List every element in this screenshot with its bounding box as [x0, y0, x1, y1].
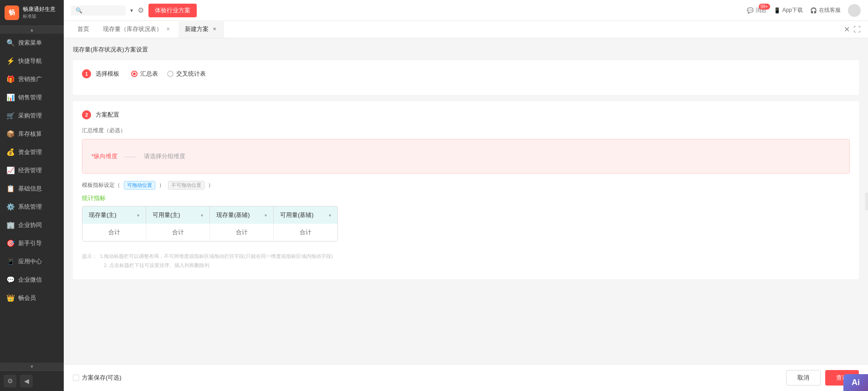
radio-summary-table[interactable]: 汇总表	[131, 70, 158, 78]
step1-header: 1 选择模板 汇总表 交叉统计表	[82, 69, 850, 78]
tip-0: 提示： 1.拖动标题栏可以调整布局，不可跨维度或指标区域拖动拦目字段(只能在同一…	[82, 252, 850, 261]
tab-new-plan-close-icon[interactable]: ✕	[211, 26, 218, 32]
col-header-1[interactable]: 可用量(主) ▾	[146, 206, 210, 224]
enterprise-icon: 🏢	[6, 221, 15, 229]
search-icon: 🔍	[6, 39, 15, 47]
tab-home[interactable]: 首页	[71, 21, 96, 38]
step2-title: 方案配置	[96, 111, 119, 119]
topbar-search[interactable]: 🔍	[71, 5, 126, 15]
indicator-settings-label: 模板指标设定（ 可拖动位置 ） 不可拖动位置 ）	[82, 181, 850, 190]
sidebar-item-member[interactable]: 👑 畅会员	[0, 289, 64, 307]
newuser-icon: 🎯	[6, 239, 15, 247]
ai-badge[interactable]: Ai	[843, 374, 868, 391]
message-notification[interactable]: 💬 消息 99+	[747, 6, 766, 14]
col-header-3[interactable]: 可用量(基辅) ▾	[274, 206, 337, 224]
sidebar-item-label: 应用中心	[18, 257, 42, 266]
sidebar-item-purchase[interactable]: 🛒 采购管理	[0, 107, 64, 125]
notification-badge: 99+	[759, 4, 770, 10]
purchase-icon: 🛒	[6, 112, 15, 120]
sidebar-item-label: 企业协同	[18, 221, 42, 229]
sidebar-item-newuser[interactable]: 🎯 新手引导	[0, 234, 64, 252]
col-label-3: 可用量(基辅)	[280, 211, 314, 219]
checkbox-box[interactable]	[73, 375, 79, 381]
sidebar-item-inventory[interactable]: 📦 库存核算	[0, 125, 64, 143]
cancel-button[interactable]: 取消	[786, 370, 821, 386]
stats-indicators: 统计指标 现存量(主) ▾ 可用量(主) ▾	[82, 194, 850, 243]
tabbar: 首页 现存量（库存状况表） ✕ 新建方案 ✕ ✕ ⛶	[64, 21, 868, 38]
tip-1: 2. 点击标题栏下拉可设置排序、插入列和删除列	[82, 261, 850, 270]
radio-cross-dot	[167, 71, 174, 77]
basicinfo-icon: 📋	[6, 185, 15, 193]
col-arrow-3[interactable]: ▾	[329, 213, 331, 218]
sidebar-item-label: 新手引导	[18, 239, 42, 247]
col-arrow-1[interactable]: ▾	[201, 213, 203, 218]
experience-industry-button[interactable]: 体验行业方案	[148, 4, 197, 17]
collapse-button[interactable]: ◀	[20, 375, 33, 387]
step2-header: 2 方案配置	[82, 110, 850, 119]
resize-handle[interactable]	[865, 192, 868, 211]
sidebar-item-system[interactable]: ⚙️ 系统管理	[0, 198, 64, 216]
step2-section: 2 方案配置 汇总维度（必选） *纵向维度 —— 请选择分组维度 模板指标设定（…	[73, 101, 859, 279]
stats-section-title: 统计指标	[82, 194, 850, 202]
stats-table-body: 合计 合计 合计 合计	[82, 224, 337, 241]
tips-section: 提示： 1.拖动标题栏可以调整布局，不可跨维度或指标区域拖动拦目字段(只能在同一…	[82, 252, 850, 270]
sidebar-item-search[interactable]: 🔍 搜索菜单	[0, 34, 64, 52]
member-icon: 👑	[6, 294, 15, 302]
sidebar-item-finance[interactable]: 💰 资金管理	[0, 143, 64, 161]
footer-section: 方案保存(可选) 取消 查询	[64, 364, 868, 391]
save-checkbox-label: 方案保存(可选)	[82, 374, 122, 382]
sidebar-item-operations[interactable]: 📈 经营管理	[0, 161, 64, 180]
finance-icon: 💰	[6, 148, 15, 156]
tabbar-right-icons: ✕ ⛶	[844, 25, 861, 34]
sidebar-item-wechat[interactable]: 💬 企业微信	[0, 271, 64, 289]
step1-title: 选择模板	[96, 70, 119, 78]
col-header-2[interactable]: 现存量(基辅) ▾	[210, 206, 274, 224]
sidebar-item-marketing[interactable]: 🎁 营销推广	[0, 70, 64, 88]
radio-summary-label: 汇总表	[140, 70, 158, 78]
col-arrow-0[interactable]: ▾	[137, 213, 139, 218]
user-avatar[interactable]	[848, 4, 861, 17]
close-panel-icon[interactable]: ✕	[844, 25, 850, 34]
save-checkbox[interactable]: 方案保存(可选)	[73, 374, 122, 382]
tab-inventory-close-icon[interactable]: ✕	[165, 26, 171, 32]
dim-required-label: *纵向维度	[92, 152, 117, 160]
dimension-selector[interactable]: *纵向维度 —— 请选择分组维度	[82, 139, 850, 174]
tab-new-plan[interactable]: 新建方案 ✕	[179, 21, 224, 38]
radio-cross-table[interactable]: 交叉统计表	[167, 70, 206, 78]
sidebar-scroll-up[interactable]: ▲	[0, 26, 64, 34]
topbar-dropdown[interactable]: ▾	[130, 7, 133, 14]
content-area: 现存量(库存状况表)方案设置 1 选择模板 汇总表 交叉统计表	[64, 38, 868, 364]
tab-home-label: 首页	[77, 25, 89, 33]
sidebar-scroll-down[interactable]: ▼	[0, 363, 64, 370]
non-draggable-badge: 不可拖动位置	[168, 181, 204, 190]
expand-panel-icon[interactable]: ⛶	[853, 26, 861, 34]
sidebar-item-label: 库存核算	[18, 130, 42, 138]
col-arrow-2[interactable]: ▾	[265, 213, 267, 218]
sidebar-item-sales[interactable]: 📊 销售管理	[0, 88, 64, 107]
col-header-0[interactable]: 现存量(主) ▾	[82, 206, 146, 224]
sidebar-item-label: 快捷导航	[18, 57, 42, 65]
settings-button[interactable]: ⚙	[4, 375, 16, 387]
sidebar-item-label: 经营管理	[18, 166, 42, 175]
sidebar-item-label: 基础信息	[18, 185, 42, 193]
topbar-gear-icon[interactable]: ⚙	[138, 6, 144, 15]
sidebar-item-label: 系统管理	[18, 203, 42, 211]
topbar-right: 💬 消息 99+ 📱 App下载 🎧 在线客服	[747, 4, 861, 17]
step2-number: 2	[82, 110, 91, 119]
sidebar-item-quicknav[interactable]: ⚡ 快捷导航	[0, 52, 64, 70]
sidebar-item-basicinfo[interactable]: 📋 基础信息	[0, 180, 64, 198]
search-icon: 🔍	[76, 7, 82, 14]
sidebar-item-enterprise[interactable]: 🏢 企业协同	[0, 216, 64, 234]
sidebar-item-label: 销售管理	[18, 93, 42, 102]
sidebar-item-label: 资金管理	[18, 148, 42, 156]
tab-new-plan-label: 新建方案	[185, 25, 209, 33]
draggable-badge: 可拖动位置	[124, 181, 155, 190]
tab-inventory-status[interactable]: 现存量（库存状况表） ✕	[97, 21, 178, 38]
online-service-link[interactable]: 🎧 在线客服	[810, 6, 841, 14]
app-download-link[interactable]: 📱 App下载	[774, 6, 803, 14]
radio-summary-dot	[131, 71, 138, 77]
sidebar-item-appcenter[interactable]: 📱 应用中心	[0, 252, 64, 271]
app-logo: 畅 畅康通好生意 标准版	[0, 0, 64, 26]
col-label-2: 现存量(基辅)	[216, 211, 250, 219]
wechat-icon: 💬	[6, 276, 15, 284]
